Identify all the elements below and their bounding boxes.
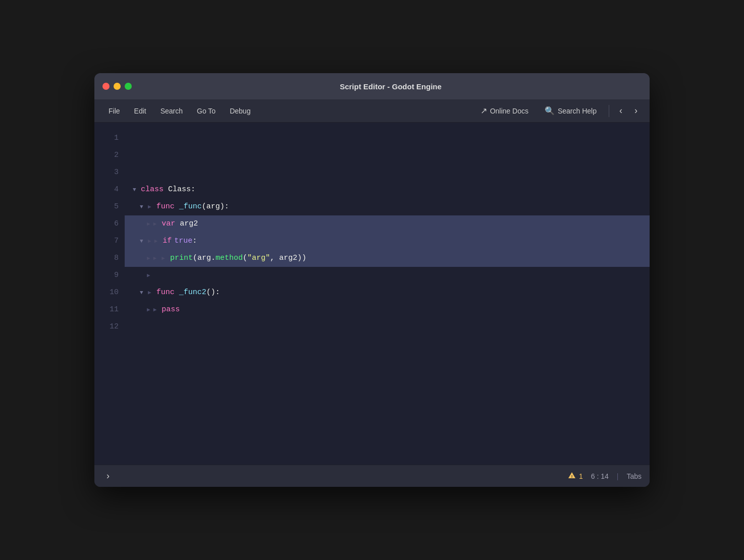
warning-badge[interactable]: ! 1	[568, 471, 583, 481]
line-num-1: 1	[94, 130, 119, 147]
code-line-7: ▼ ▶ ▶ if true :	[125, 233, 650, 250]
close-button[interactable]	[102, 83, 110, 90]
line-num-8: 8	[94, 250, 119, 267]
paren-8a: (	[193, 250, 197, 267]
line-num-2: 2	[94, 147, 119, 164]
paren-close-5: ):	[220, 198, 229, 215]
arg-8: arg	[197, 250, 211, 267]
svg-text:!: !	[571, 474, 573, 479]
tab-indent-8a: ▶	[147, 250, 150, 267]
titlebar: Script Editor - Godot Engine	[94, 73, 650, 99]
arg2-8: arg2	[279, 250, 297, 267]
status-left: ›	[102, 469, 114, 483]
tab-indent-8c: ▶	[162, 250, 165, 267]
menubar-right: ↗ Online Docs 🔍 Search Help ‹ ›	[474, 103, 642, 118]
line-num-4: 4	[94, 181, 119, 198]
string-arg: "arg"	[247, 250, 270, 267]
menu-edit[interactable]: Edit	[128, 105, 152, 117]
tab-indent-6b: ▶	[153, 215, 157, 233]
status-pipe: |	[617, 472, 619, 480]
class-name: Class:	[164, 181, 195, 198]
nav-separator	[609, 105, 609, 117]
keyword-pass: pass	[162, 301, 180, 318]
keyword-if: if	[163, 233, 172, 250]
menu-search[interactable]: Search	[154, 105, 189, 117]
keyword-class: class	[141, 181, 164, 198]
doc-search-icon: 🔍	[545, 106, 555, 116]
nav-forward-button[interactable]: ›	[630, 103, 642, 118]
minimize-button[interactable]	[114, 83, 121, 90]
menu-goto[interactable]: Go To	[191, 105, 222, 117]
external-link-icon: ↗	[481, 106, 487, 116]
statusbar: › ! 1 6 : 14 | Tabs	[94, 465, 650, 487]
paren-8c: ))	[297, 250, 306, 267]
code-line-8: ▶ ▶ ▶ print ( arg . method ( "arg" , arg…	[125, 250, 650, 267]
tab-indent-7a: ▶	[148, 233, 151, 250]
tab-indent-7b: ▶	[154, 233, 158, 250]
paren-10: ():	[206, 284, 220, 301]
code-line-11: ▶ ▶ pass	[125, 301, 650, 318]
code-content[interactable]: ▼ class Class: ▼ ▶ func _func ( arg ): ▶	[125, 123, 650, 465]
maximize-button[interactable]	[125, 83, 132, 90]
code-line-3	[125, 164, 650, 181]
window-title: Script Editor - Godot Engine	[140, 82, 642, 91]
fold-arrow-7[interactable]: ▼	[140, 233, 147, 250]
code-line-2	[125, 147, 650, 164]
code-line-5: ▼ ▶ func _func ( arg ):	[125, 198, 650, 215]
dot-8: .	[211, 250, 216, 267]
indent-type: Tabs	[626, 472, 642, 480]
code-line-9: ▶	[125, 267, 650, 284]
line-num-9: 9	[94, 267, 119, 284]
nav-back-button[interactable]: ‹	[615, 103, 626, 118]
comma-8: ,	[270, 250, 279, 267]
online-docs-button[interactable]: ↗ Online Docs	[474, 103, 535, 118]
code-line-6: ▶ ▶ var arg2	[125, 215, 650, 233]
method-name: method	[216, 250, 243, 267]
tab-indent-5a: ▶	[148, 198, 151, 215]
line-num-11: 11	[94, 301, 119, 318]
keyword-func-10: func	[156, 284, 175, 301]
online-docs-label: Online Docs	[490, 107, 528, 115]
menu-file[interactable]: File	[102, 105, 126, 117]
line-num-6: 6	[94, 215, 119, 233]
tab-indent-9a: ▶	[147, 267, 150, 284]
cursor-col: 14	[601, 472, 609, 480]
var-arg2: arg2	[175, 215, 198, 233]
line-num-12: 12	[94, 318, 119, 335]
line-num-10: 10	[94, 284, 119, 301]
keyword-true: true	[174, 233, 192, 250]
warning-count: 1	[579, 472, 583, 480]
paren-5: (	[202, 198, 206, 215]
fold-arrow-5[interactable]: ▼	[140, 198, 147, 215]
fold-arrow-4[interactable]: ▼	[133, 181, 140, 198]
tab-indent-8b: ▶	[153, 250, 157, 267]
status-right: ! 1 6 : 14 | Tabs	[568, 471, 642, 481]
func-name-10: _func2	[175, 284, 206, 301]
warning-icon: !	[568, 471, 576, 479]
menubar: File Edit Search Go To Debug ↗ Online Do…	[94, 99, 650, 123]
editor-area: 1 2 3 4 5 6 7 8 9 10 11 12 ▼ class Class…	[94, 123, 650, 465]
line-num-3: 3	[94, 164, 119, 181]
func-name-5: _func	[175, 198, 202, 215]
colon-7: :	[192, 233, 197, 250]
tab-indent-11b: ▶	[153, 301, 157, 318]
line-numbers: 1 2 3 4 5 6 7 8 9 10 11 12	[94, 123, 125, 465]
console-toggle-button[interactable]: ›	[102, 469, 114, 483]
cursor-line: 6	[591, 472, 595, 480]
tab-indent-11a: ▶	[147, 301, 150, 318]
traffic-lights	[102, 83, 132, 90]
func-print: print	[170, 250, 193, 267]
main-window: Script Editor - Godot Engine File Edit S…	[94, 73, 650, 487]
menu-debug[interactable]: Debug	[224, 105, 256, 117]
fold-arrow-10[interactable]: ▼	[140, 284, 147, 301]
line-num-7: 7	[94, 233, 119, 250]
cursor-position: 6 : 14	[591, 472, 609, 480]
code-line-4: ▼ class Class:	[125, 181, 650, 198]
search-help-label: Search Help	[558, 107, 597, 115]
code-line-12	[125, 318, 650, 335]
search-help-button[interactable]: 🔍 Search Help	[539, 103, 603, 118]
code-line-10: ▼ ▶ func _func2 ():	[125, 284, 650, 301]
keyword-func-5: func	[156, 198, 175, 215]
param-arg: arg	[206, 198, 220, 215]
tab-indent-10a: ▶	[148, 284, 151, 301]
